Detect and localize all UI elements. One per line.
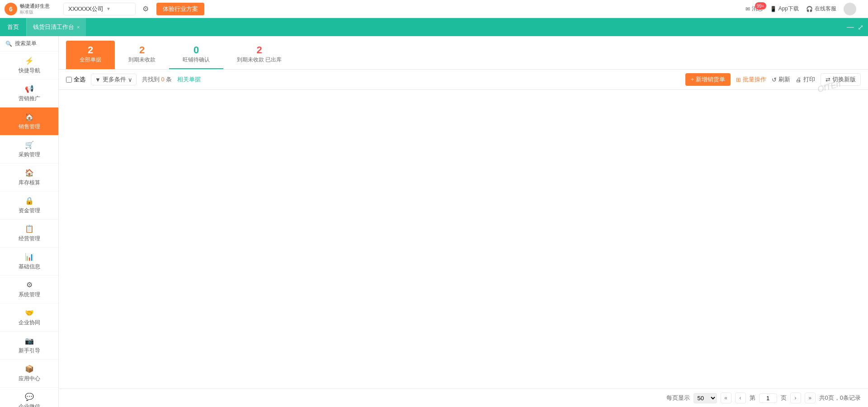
per-page-select[interactable]: 50 100 200 bbox=[693, 393, 717, 403]
trial-button[interactable]: 体验行业方案 bbox=[156, 3, 204, 15]
sidebar-item-wechat[interactable]: 💬 企业微信 bbox=[0, 388, 58, 407]
settings-icon[interactable]: ⚙ bbox=[139, 3, 152, 15]
main-layout: 🔍 搜索菜单 ⚡ 快捷导航 📢 营销推广 🏠 销售管理 🛒 采购管理 🏠 库存核… bbox=[0, 36, 868, 407]
stat-tab-overdue[interactable]: 2 到期未收款 bbox=[115, 41, 169, 69]
sidebar-search[interactable]: 🔍 搜索菜单 bbox=[0, 36, 58, 51]
sidebar-item-marketing[interactable]: 📢 营销推广 bbox=[0, 80, 58, 108]
page-summary: 共0页，0条记录 bbox=[819, 394, 861, 402]
select-all-checkbox[interactable]: 全选 bbox=[66, 75, 85, 84]
sidebar-item-purchase[interactable]: 🛒 采购管理 bbox=[0, 136, 58, 164]
sidebar-item-basic-info[interactable]: 📊 基础信息 bbox=[0, 248, 58, 276]
refresh-icon: ↺ bbox=[772, 76, 777, 83]
tab-bar-right: — ⤢ bbox=[847, 23, 868, 32]
sidebar-label-operations: 经营管理 bbox=[19, 235, 40, 243]
found-count: 0 bbox=[161, 76, 165, 83]
sidebar-item-operations[interactable]: 📋 经营管理 bbox=[0, 220, 58, 248]
logo-text: 畅捷通好生意 标准版 bbox=[20, 3, 50, 15]
toolbar-right: + 新增销货单 ⊞ 批量操作 ↺ 刷新 🖨 打印 ⇄ 切换新版 bbox=[685, 73, 861, 86]
company-selector[interactable]: XXXXXX公司 ▼ bbox=[63, 3, 136, 15]
stat-label-all: 全部单据 bbox=[80, 56, 101, 64]
logo-icon: 6 bbox=[5, 3, 17, 15]
batch-icon: ⊞ bbox=[736, 76, 741, 83]
sidebar-label-purchase: 采购管理 bbox=[19, 151, 40, 159]
sidebar-label-finance: 资金管理 bbox=[19, 207, 40, 215]
page-prev-button[interactable]: ‹ bbox=[735, 393, 746, 403]
page-first-button[interactable]: « bbox=[721, 393, 731, 403]
sidebar-label-inventory: 库存核算 bbox=[19, 179, 40, 187]
cart-icon: 🛒 bbox=[25, 140, 34, 149]
clipboard-icon: 📋 bbox=[25, 224, 34, 233]
search-label: 搜索菜单 bbox=[15, 40, 37, 47]
sidebar-label-quick-nav: 快捷导航 bbox=[19, 67, 40, 75]
select-all-input[interactable] bbox=[66, 77, 72, 83]
page-prefix: 第 bbox=[750, 394, 755, 402]
sidebar-label-guide: 新手引导 bbox=[19, 347, 40, 355]
switch-version-button[interactable]: ⇄ 切换新版 bbox=[821, 73, 861, 86]
sidebar-label-wechat: 企业微信 bbox=[19, 403, 40, 407]
system-icon: ⚙ bbox=[25, 280, 34, 289]
filter-arrow: ∨ bbox=[128, 76, 132, 83]
table-icon: 📊 bbox=[25, 252, 34, 261]
print-button[interactable]: 🖨 打印 bbox=[796, 75, 815, 84]
handshake-icon: 🤝 bbox=[25, 308, 34, 317]
related-link[interactable]: 相关单据 bbox=[177, 75, 201, 84]
logo-area: 6 畅捷通好生意 标准版 bbox=[5, 3, 63, 15]
headset-icon: 🎧 bbox=[806, 6, 813, 12]
tab-bar: 首页 钱货日清工作台 × — ⤢ bbox=[0, 18, 868, 36]
stat-label-unshipped: 到期未收款 已出库 bbox=[237, 56, 282, 64]
more-filters-button[interactable]: ▼ 更多条件 ∨ bbox=[91, 74, 137, 85]
per-page-label: 每页显示 bbox=[666, 394, 690, 402]
page-suffix: 页 bbox=[781, 394, 787, 402]
stat-tab-pending[interactable]: 0 旺铺待确认 bbox=[169, 41, 223, 69]
tab-active[interactable]: 钱货日清工作台 × bbox=[27, 18, 86, 36]
sidebar-item-app-center[interactable]: 📦 应用中心 bbox=[0, 360, 58, 388]
refresh-button[interactable]: ↺ 刷新 bbox=[772, 75, 790, 84]
page-last-button[interactable]: » bbox=[805, 393, 816, 403]
sidebar-item-finance[interactable]: 🔒 资金管理 bbox=[0, 192, 58, 220]
megaphone-icon: 📢 bbox=[25, 84, 34, 93]
message-icon: ✉ bbox=[745, 6, 750, 12]
page-number-input[interactable] bbox=[759, 393, 777, 403]
sidebar-item-enterprise[interactable]: 🤝 企业协同 bbox=[0, 304, 58, 332]
sidebar-item-guide[interactable]: 📷 新手引导 bbox=[0, 332, 58, 360]
sidebar-item-sales[interactable]: 🏠 销售管理 bbox=[0, 108, 58, 136]
guide-icon: 📷 bbox=[25, 336, 34, 345]
stat-label-overdue: 到期未收款 bbox=[128, 56, 156, 64]
add-sales-button[interactable]: + 新增销货单 bbox=[685, 73, 731, 86]
online-service-item[interactable]: 🎧 在线客服 bbox=[806, 5, 836, 13]
sidebar: 🔍 搜索菜单 ⚡ 快捷导航 📢 营销推广 🏠 销售管理 🛒 采购管理 🏠 库存核… bbox=[0, 36, 59, 407]
stat-count-pending: 0 bbox=[193, 44, 199, 56]
messages-item[interactable]: ✉ 消息 99+ bbox=[745, 5, 763, 13]
online-service-label: 在线客服 bbox=[815, 5, 836, 13]
sidebar-label-enterprise: 企业协同 bbox=[19, 319, 40, 327]
top-header: 6 畅捷通好生意 标准版 XXXXXX公司 ▼ ⚙ 体验行业方案 ✉ 消息 99… bbox=[0, 0, 868, 18]
stat-tab-all[interactable]: 2 全部单据 bbox=[66, 41, 115, 69]
stat-count-unshipped: 2 bbox=[257, 44, 262, 56]
batch-ops-button[interactable]: ⊞ 批量操作 bbox=[736, 75, 766, 84]
select-all-label: 全选 bbox=[74, 75, 85, 84]
avatar[interactable] bbox=[844, 3, 856, 15]
page-next-button[interactable]: › bbox=[790, 393, 801, 403]
sidebar-item-inventory[interactable]: 🏠 库存核算 bbox=[0, 164, 58, 192]
messages-badge: 99+ bbox=[755, 2, 766, 9]
stat-tab-unshipped[interactable]: 2 到期未收款 已出库 bbox=[223, 41, 295, 69]
sidebar-label-app-center: 应用中心 bbox=[19, 375, 40, 383]
found-text: 共找到 0 条 bbox=[142, 75, 172, 84]
tab-minimize-icon[interactable]: — bbox=[847, 23, 854, 31]
tab-home[interactable]: 首页 bbox=[0, 18, 27, 36]
print-icon: 🖨 bbox=[796, 76, 802, 83]
toolbar: 全选 ▼ 更多条件 ∨ 共找到 0 条 相关单据 + 新增销货单 ⊞ 批量操作 bbox=[59, 70, 868, 90]
pagination-bar: 每页显示 50 100 200 « ‹ 第 页 › » 共0页，0条记录 bbox=[59, 388, 868, 407]
filter-label: 更多条件 bbox=[103, 75, 126, 84]
phone-icon: 📱 bbox=[770, 6, 777, 12]
sidebar-label-marketing: 营销推广 bbox=[19, 95, 40, 103]
sidebar-label-basic-info: 基础信息 bbox=[19, 263, 40, 271]
sidebar-item-system[interactable]: ⚙ 系统管理 bbox=[0, 276, 58, 304]
company-arrow-icon: ▼ bbox=[106, 6, 111, 11]
app-download-label: App下载 bbox=[778, 5, 799, 13]
sidebar-item-quick-nav[interactable]: ⚡ 快捷导航 bbox=[0, 51, 58, 80]
tab-close-icon[interactable]: × bbox=[77, 24, 80, 30]
app-download-item[interactable]: 📱 App下载 bbox=[770, 5, 799, 13]
tab-maximize-icon[interactable]: ⤢ bbox=[858, 23, 863, 32]
stats-tabs: 2 全部单据 2 到期未收款 0 旺铺待确认 2 到期未收款 已出库 bbox=[59, 36, 868, 70]
